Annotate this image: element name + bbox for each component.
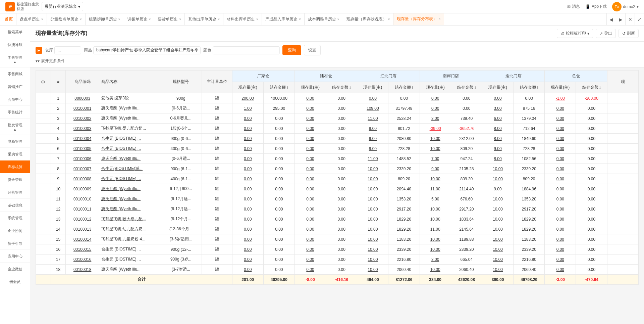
store-selector[interactable]: 母婴行业演示陈套 ▾	[42, 2, 83, 11]
row-name[interactable]: 飞鹤星飞帆 儿童奶粉 4...	[99, 234, 160, 244]
row-nanan-qty[interactable]: 3.00	[420, 254, 451, 265]
row-jiangbei-qty[interactable]: 10.00	[357, 265, 388, 275]
sidebar-item-inventory[interactable]: 库存核算	[0, 160, 30, 173]
close-icon[interactable]: ×	[41, 17, 43, 21]
row-total-qty[interactable]: 0.00	[545, 134, 576, 144]
row-code[interactable]: 00100001	[66, 103, 99, 113]
row-nanan-qty[interactable]: 10.00	[420, 134, 451, 144]
row-lucun-qty[interactable]: 0.00	[294, 254, 326, 265]
row-nanan-qty[interactable]: 7.00	[420, 154, 451, 164]
row-jiangbei-qty[interactable]: 11.00	[357, 154, 388, 164]
row-yubei-qty[interactable]: 10.00	[482, 244, 513, 254]
close-icon[interactable]: ×	[149, 17, 151, 21]
row-total-qty[interactable]: 0.00	[545, 154, 576, 164]
row-jiangbei-qty[interactable]: 10.00	[357, 214, 388, 224]
row-code[interactable]: 00100013	[66, 224, 99, 234]
tab-5[interactable]: 要货单历史 ×	[154, 13, 185, 26]
refresh-btn[interactable]: ↺ 刷新	[619, 29, 639, 38]
row-nanan-qty[interactable]: 11.00	[420, 224, 451, 234]
row-lucun-qty[interactable]: 0.00	[294, 184, 326, 194]
row-code[interactable]: 00100016	[66, 254, 99, 265]
app-download-btn[interactable]: 📱 App下载	[585, 4, 607, 9]
print-btn[interactable]: 🖨 按模板打印 ▾	[557, 29, 593, 38]
row-nanan-qty[interactable]: 10.00	[420, 174, 451, 184]
sidebar-item-system[interactable]: 系统管理	[0, 212, 30, 224]
row-total-qty[interactable]: 0.00	[545, 174, 576, 184]
row-jiangbei-qty[interactable]: 9.00	[357, 124, 388, 134]
sidebar-item-member2[interactable]: 畅会员	[0, 275, 30, 288]
row-total-qty[interactable]: 0.00	[545, 144, 576, 154]
row-lucun-qty[interactable]: 0.00	[294, 134, 326, 144]
row-code[interactable]: 00100002	[66, 113, 99, 124]
row-factory-qty[interactable]: 0.00	[232, 134, 263, 144]
sidebar-item-wholesale[interactable]: 批发管理 ▲	[0, 119, 30, 135]
close-icon[interactable]: ×	[118, 17, 120, 21]
row-factory-qty[interactable]: 0.00	[232, 214, 263, 224]
sidebar-item-finance[interactable]: 资金管理	[0, 173, 30, 186]
close-icon[interactable]: ×	[388, 17, 390, 21]
row-code[interactable]: 00100007	[66, 164, 99, 174]
row-yubei-qty[interactable]: 6.00	[482, 113, 513, 124]
tab-11[interactable]: 现存量（库存分布表） ×	[393, 13, 444, 26]
row-nanan-qty[interactable]: 9.00	[420, 164, 451, 174]
row-total-qty[interactable]: 0.00	[545, 224, 576, 234]
row-jiangbei-qty[interactable]: 10.00	[357, 184, 388, 194]
row-name[interactable]: 飞鹤星飞帆 较大婴儿配...	[99, 214, 160, 224]
row-name[interactable]: 惠氏启醒 (Wyeth illu...	[99, 204, 160, 214]
row-name[interactable]: 飞鹤星飞帆 幼儿配方奶...	[99, 224, 160, 234]
row-yubei-qty[interactable]: 10.00	[482, 254, 513, 265]
row-name[interactable]: 惠氏启醒 (Wyeth illu...	[99, 113, 160, 124]
row-jiangbei-qty[interactable]: 10.00	[357, 224, 388, 234]
row-yubei-qty[interactable]: 9.00	[482, 184, 513, 194]
row-yubei-qty[interactable]: 10.00	[482, 204, 513, 214]
tab-8[interactable]: 产成品入库单历史 ×	[262, 13, 305, 26]
row-yubei-qty[interactable]: 10.00	[482, 194, 513, 204]
sidebar-item-retail-stats[interactable]: 零售统计	[0, 106, 30, 119]
row-jiangbei-qty[interactable]: 10.00	[357, 194, 388, 204]
row-name[interactable]: 合生元 (BIOSTIME) ...	[99, 144, 160, 154]
row-nanan-qty[interactable]: 5.00	[420, 194, 451, 204]
row-code[interactable]: 00100004	[66, 134, 99, 144]
row-lucun-qty[interactable]: 0.00	[294, 244, 326, 254]
row-yubei-qty[interactable]: 10.00	[482, 164, 513, 174]
row-total-qty[interactable]: 0.00	[545, 184, 576, 194]
close-icon[interactable]: ×	[179, 17, 181, 21]
row-name[interactable]: 惠氏启醒 (Wyeth illu...	[99, 265, 160, 275]
row-code[interactable]: 00100009	[66, 184, 99, 194]
row-yubei-qty[interactable]: 3.00	[482, 103, 513, 113]
row-lucun-qty[interactable]: 0.00	[294, 194, 326, 204]
row-code[interactable]: 00100015	[66, 244, 99, 254]
row-code[interactable]: 00100014	[66, 234, 99, 244]
row-jiangbei-qty[interactable]: 10.00	[357, 164, 388, 174]
row-nanan-qty[interactable]: 10.00	[420, 234, 451, 244]
row-name[interactable]: 飞鹤星飞帆 婴儿配方奶...	[99, 124, 160, 134]
row-factory-qty[interactable]: 0.00	[232, 194, 263, 204]
row-total-qty[interactable]: 0.00	[545, 254, 576, 265]
row-nanan-qty[interactable]: -39.00	[420, 124, 451, 134]
sidebar-item-collab[interactable]: 企业协同	[0, 224, 30, 237]
row-lucun-qty[interactable]: 0.00	[294, 204, 326, 214]
row-lucun-qty[interactable]: 0.00	[294, 214, 326, 224]
setting-button[interactable]: 设置	[304, 45, 321, 55]
sidebar-item-guide[interactable]: 新手引导	[0, 237, 30, 250]
filter-collapse-btn[interactable]: ►	[36, 47, 42, 54]
tab-9[interactable]: 成本调整单历史 ×	[305, 13, 343, 26]
sidebar-item-search[interactable]: 搜索英单	[0, 26, 30, 38]
row-nanan-qty[interactable]: 3.00	[420, 113, 451, 124]
row-nanan-qty[interactable]: 0.00	[420, 103, 451, 113]
tab-6[interactable]: 其他出库单历史 ×	[185, 13, 223, 26]
row-total-qty[interactable]: 0.00	[545, 164, 576, 174]
tab-10[interactable]: 现存量（库存状况表） ×	[343, 13, 394, 26]
close-icon[interactable]: ×	[299, 17, 301, 21]
row-yubei-qty[interactable]: 10.00	[482, 265, 513, 275]
close-icon[interactable]: ×	[218, 17, 220, 21]
row-name[interactable]: 合生元 (BIOSTIME) ...	[99, 134, 160, 144]
sidebar-item-retail-mall[interactable]: 零售商城	[0, 67, 30, 80]
tab-4[interactable]: 调拨单历史 ×	[124, 13, 155, 26]
row-yubei-qty[interactable]: 10.00	[482, 214, 513, 224]
row-total-qty[interactable]: 0.00	[545, 244, 576, 254]
row-lucun-qty[interactable]: 0.00	[294, 224, 326, 234]
expand-filter-btn[interactable]: ▾▾ 展开更多条件	[36, 58, 65, 64]
row-code[interactable]: 00100011	[66, 204, 99, 214]
row-jiangbei-qty[interactable]: 10.00	[357, 174, 388, 184]
